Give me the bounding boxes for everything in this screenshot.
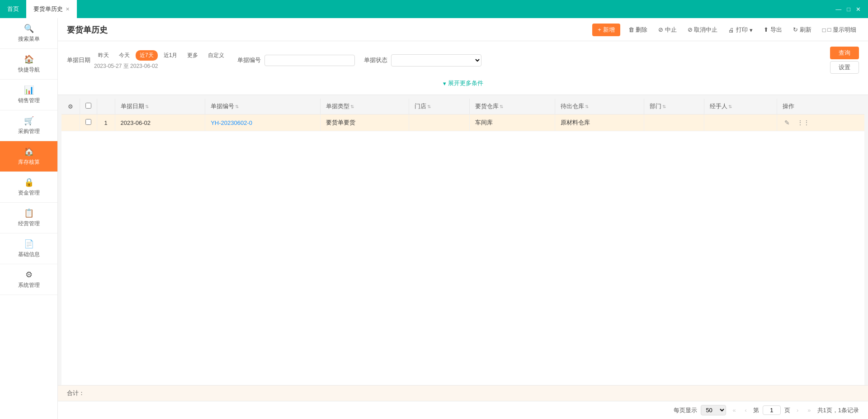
page-label: 页	[784, 406, 790, 414]
sidebar-item-basic-info[interactable]: 📄 基础信息	[0, 233, 57, 264]
sidebar-item-ops-mgmt-label: 经营管理	[18, 220, 40, 228]
sidebar-item-search-menu[interactable]: 🔍 搜索菜单	[0, 18, 57, 49]
last-page-btn[interactable]: »	[805, 406, 813, 414]
col-department[interactable]: 部门⇅	[644, 99, 704, 114]
export-button[interactable]: ⬆ 导出	[761, 24, 785, 36]
main-layout: 🔍 搜索菜单 🏠 快捷导航 📊 销售管理 🛒 采购管理 🏠 库存核算 🔒 资金管…	[0, 18, 868, 419]
sidebar-item-purchase-mgmt[interactable]: 🛒 采购管理	[0, 110, 57, 141]
row-checkbox-cell[interactable]	[80, 114, 97, 131]
bill-status-label: 单据状态	[364, 56, 387, 64]
row-delete-btn[interactable]: ⋮⋮	[795, 118, 811, 127]
sidebar-item-quick-nav[interactable]: 🏠 快捷导航	[0, 49, 57, 80]
sort-date-icon: ⇅	[145, 104, 149, 109]
col-settings[interactable]: ⚙	[61, 99, 80, 114]
tab-home-label: 首页	[7, 5, 19, 13]
sidebar-item-system-mgmt[interactable]: ⚙ 系统管理	[0, 264, 57, 295]
summary-bar: 合计：	[58, 385, 868, 401]
ops-mgmt-icon: 📋	[24, 208, 34, 218]
close-btn[interactable]: ✕	[856, 6, 861, 13]
col-req-warehouse[interactable]: 要货仓库⇅	[469, 99, 555, 114]
top-bar: 首页 要货单历史 ✕ — □ ✕	[0, 0, 868, 18]
sidebar: 🔍 搜索菜单 🏠 快捷导航 📊 销售管理 🛒 采购管理 🏠 库存核算 🔒 资金管…	[0, 18, 58, 419]
tab-requisition-history[interactable]: 要货单历史 ✕	[26, 0, 77, 18]
sort-store-icon: ⇅	[427, 104, 431, 109]
row-billtype-cell: 要货单要货	[321, 114, 409, 131]
cancel-stop-button[interactable]: ⊘ 取消中止	[685, 24, 721, 36]
next-page-btn[interactable]: ›	[794, 406, 801, 414]
page-number-input[interactable]	[763, 405, 781, 415]
col-pending-warehouse[interactable]: 待出仓库⇅	[555, 99, 644, 114]
date-btn-today[interactable]: 今天	[115, 50, 134, 61]
display-detail-button[interactable]: □ □ 显示明细	[820, 24, 859, 36]
print-button[interactable]: 🖨 打印 ▾	[726, 24, 755, 36]
col-store[interactable]: 门店⇅	[409, 99, 469, 114]
row-checkbox[interactable]	[85, 119, 91, 125]
row-store-cell	[409, 114, 469, 131]
query-button[interactable]: 查询	[830, 47, 859, 59]
expand-label: 展开更多条件	[448, 79, 483, 87]
sort-billtype-icon: ⇅	[350, 104, 354, 109]
bill-status-select[interactable]	[391, 54, 481, 67]
stop-button[interactable]: ⊘ 中止	[656, 24, 679, 36]
page-size-label: 每页显示	[674, 406, 697, 414]
minimize-btn[interactable]: —	[835, 6, 841, 13]
row-handler-cell	[704, 114, 777, 131]
sidebar-item-ops-mgmt[interactable]: 📋 经营管理	[0, 203, 57, 233]
date-filter-label: 单据日期	[67, 56, 90, 64]
sidebar-item-purchase-mgmt-label: 采购管理	[18, 128, 40, 135]
date-btn-yesterday[interactable]: 昨天	[94, 50, 113, 61]
filter-setting-button[interactable]: 设置	[830, 61, 859, 74]
bill-no-filter-group: 单据编号	[237, 55, 355, 66]
col-handler[interactable]: 经手人⇅	[704, 99, 777, 114]
system-mgmt-icon: ⚙	[25, 270, 33, 280]
filter-area: 单据日期 昨天 今天 近7天 近1月 更多 自定义 2023-05-27 至 2…	[58, 41, 868, 95]
refresh-button[interactable]: ↻ 刷新	[790, 24, 814, 36]
date-btn-7days[interactable]: 近7天	[136, 50, 158, 61]
row-reqwh-cell: 车间库	[469, 114, 555, 131]
page-title: 要货单历史	[67, 24, 108, 35]
date-btn-more[interactable]: 更多	[183, 50, 202, 61]
sidebar-item-finance-mgmt[interactable]: 🔒 资金管理	[0, 172, 57, 203]
delete-button[interactable]: 🗑 删除	[626, 24, 651, 36]
bill-status-filter-group: 单据状态	[364, 54, 481, 67]
page-header: 要货单历史 + 新增 🗑 删除 ⊘ 中止 ⊘ 取消中止 🖨 打印 ▾ ⬆ 导出 …	[58, 18, 868, 41]
sidebar-item-finance-mgmt-label: 资金管理	[18, 189, 40, 197]
bill-no-input[interactable]	[264, 55, 355, 66]
finance-mgmt-icon: 🔒	[24, 177, 34, 187]
new-button[interactable]: + 新增	[592, 24, 620, 36]
col-bill-no[interactable]: 单据编号⇅	[205, 99, 321, 114]
col-checkbox	[80, 99, 97, 114]
summary-label: 合计：	[67, 389, 85, 397]
table-area: ⚙ 单据日期⇅ 单据编号⇅ 单据类型⇅	[61, 99, 864, 385]
sort-handler-icon: ⇅	[728, 104, 732, 109]
first-page-btn[interactable]: «	[730, 406, 738, 414]
window-controls: — □ ✕	[828, 6, 868, 13]
sidebar-item-sales-mgmt[interactable]: 📊 销售管理	[0, 80, 57, 110]
purchase-mgmt-icon: 🛒	[24, 116, 34, 126]
toolbar: + 新增 🗑 删除 ⊘ 中止 ⊘ 取消中止 🖨 打印 ▾ ⬆ 导出 ↻ 刷新 □…	[592, 24, 859, 36]
page-size-select[interactable]: 50 10 20 100	[701, 405, 726, 415]
col-bill-type[interactable]: 单据类型⇅	[321, 99, 409, 114]
sidebar-item-inventory-calc[interactable]: 🏠 库存核算	[0, 141, 57, 172]
row-edit-btn[interactable]: ✎	[783, 118, 792, 127]
select-all-checkbox[interactable]	[85, 103, 91, 109]
content-area: 要货单历史 + 新增 🗑 删除 ⊘ 中止 ⊘ 取消中止 🖨 打印 ▾ ⬆ 导出 …	[58, 18, 868, 419]
row-billno-cell[interactable]: YH-20230602-0	[205, 114, 321, 131]
sales-mgmt-icon: 📊	[24, 85, 34, 95]
prev-page-btn[interactable]: ‹	[742, 406, 750, 414]
date-btn-custom[interactable]: 自定义	[204, 50, 228, 61]
date-btn-1month[interactable]: 近1月	[160, 50, 182, 61]
sort-billno-icon: ⇅	[235, 104, 239, 109]
col-date[interactable]: 单据日期⇅	[115, 99, 205, 114]
tab-home[interactable]: 首页	[0, 0, 26, 18]
sidebar-item-system-mgmt-label: 系统管理	[18, 281, 40, 289]
expand-filter-button[interactable]: ▾ 展开更多条件	[439, 77, 487, 89]
print-icon: 🖨	[728, 27, 734, 33]
inventory-calc-icon: 🏠	[24, 147, 34, 157]
page-label-prefix: 第	[753, 406, 759, 414]
display-detail-label: □ 显示明细	[828, 26, 856, 34]
sidebar-item-inventory-calc-label: 库存核算	[18, 158, 40, 166]
col-actions: 操作	[777, 99, 864, 114]
maximize-btn[interactable]: □	[847, 6, 850, 13]
close-tab-icon[interactable]: ✕	[66, 6, 70, 12]
